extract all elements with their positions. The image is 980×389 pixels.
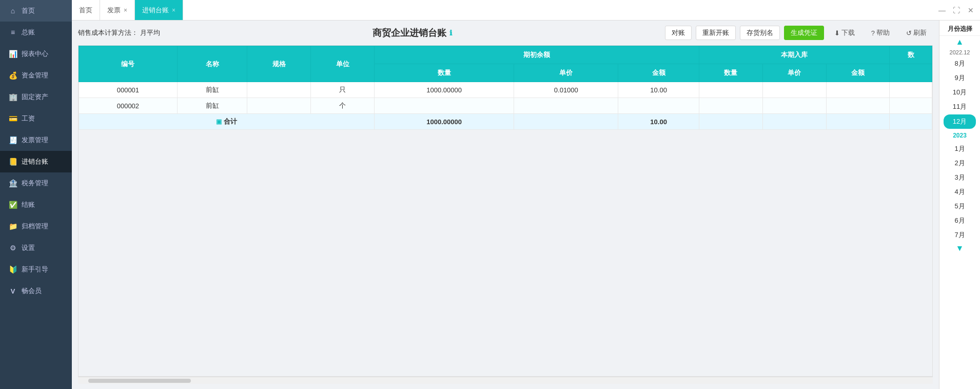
sidebar-item-archive[interactable]: 📁 归档管理 bbox=[0, 216, 72, 237]
cell-in-qty bbox=[699, 82, 762, 98]
table-wrap: 编号 名称 规格 单位 期初余额 本期入库 数 数量 单价 金额 数 bbox=[78, 45, 933, 377]
month-item-9[interactable]: 9月 bbox=[939, 71, 980, 85]
month-item-6[interactable]: 6月 bbox=[939, 213, 980, 228]
tab-invoice-close[interactable]: × bbox=[124, 7, 127, 14]
sidebar-item-purchase-sale[interactable]: 📒 进销台账 bbox=[0, 151, 72, 172]
refresh-button[interactable]: ↺ 刷新 bbox=[900, 26, 933, 40]
help-icon: ? bbox=[871, 29, 875, 37]
total-row: ▣ 合计 1000.00000 10.00 bbox=[79, 114, 932, 130]
cell-spec bbox=[247, 98, 311, 114]
col-period-in: 本期入库 bbox=[699, 46, 890, 64]
sidebar-item-label: 报表中心 bbox=[22, 49, 48, 59]
tab-home[interactable]: 首页 bbox=[72, 0, 100, 20]
sidebar-item-label: 发票管理 bbox=[22, 135, 48, 145]
page-content: 销售成本计算方法： 月平均 商贸企业进销台账 ℹ 对账 重新开账 存货别名 生成… bbox=[72, 21, 939, 389]
sidebar-item-wages[interactable]: 💳 工资 bbox=[0, 108, 72, 129]
wages-icon: 💳 bbox=[8, 114, 17, 123]
tab-invoice[interactable]: 发票 × bbox=[100, 0, 135, 20]
cell-in-qty bbox=[699, 98, 762, 114]
month-item-10[interactable]: 10月 bbox=[939, 85, 980, 100]
tax-icon: 🏦 bbox=[8, 179, 17, 187]
month-item-8[interactable]: 8月 bbox=[939, 56, 980, 71]
cell-spec bbox=[247, 82, 311, 98]
sidebar-item-checkout[interactable]: ✅ 结账 bbox=[0, 194, 72, 216]
tab-purchase-sale[interactable]: 进销台账 × bbox=[135, 0, 183, 20]
sidebar-item-label: 固定资产 bbox=[22, 92, 48, 102]
settings-icon: ⚙ bbox=[8, 244, 17, 252]
funds-icon: 💰 bbox=[8, 71, 17, 80]
cell-open-qty bbox=[375, 98, 514, 114]
sidebar-item-label: 进销台账 bbox=[22, 157, 48, 166]
total-out-qty bbox=[890, 114, 932, 130]
table-header-row: 编号 名称 规格 单位 期初余额 本期入库 数 bbox=[79, 46, 932, 64]
col-period-opening: 期初余额 bbox=[375, 46, 699, 64]
content-area: 销售成本计算方法： 月平均 商贸企业进销台账 ℹ 对账 重新开账 存货别名 生成… bbox=[72, 21, 980, 389]
assets-icon: 🏢 bbox=[8, 93, 17, 101]
cell-open-amount bbox=[618, 98, 699, 114]
sidebar-item-settings[interactable]: ⚙ 设置 bbox=[0, 237, 72, 259]
total-icon: ▣ bbox=[216, 118, 222, 125]
cell-in-amount bbox=[826, 82, 890, 98]
cell-out-qty bbox=[890, 82, 932, 98]
help-label: 帮助 bbox=[876, 28, 890, 37]
maximize-button[interactable]: ⛶ bbox=[951, 5, 962, 15]
page-title: 商贸企业进销台账 ℹ bbox=[373, 27, 452, 39]
info-icon[interactable]: ℹ bbox=[449, 29, 452, 37]
reopen-button[interactable]: 重新开账 bbox=[696, 26, 736, 40]
ledger-icon: ≡ bbox=[8, 28, 17, 36]
month-item-11[interactable]: 11月 bbox=[939, 100, 980, 114]
cell-unit: 个 bbox=[311, 98, 375, 114]
close-button[interactable]: ✕ bbox=[966, 5, 976, 15]
month-item-5[interactable]: 5月 bbox=[939, 199, 980, 213]
generate-voucher-button[interactable]: 生成凭证 bbox=[784, 26, 824, 40]
sidebar-item-tax[interactable]: 🏦 税务管理 bbox=[0, 172, 72, 194]
month-item-2[interactable]: 2月 bbox=[939, 156, 980, 170]
help-button[interactable]: ? 帮助 bbox=[865, 26, 896, 40]
sidebar-item-label: 新手引导 bbox=[22, 265, 48, 274]
title-area: 销售成本计算方法： 月平均 商贸企业进销台账 ℹ 对账 重新开账 存货别名 生成… bbox=[78, 26, 933, 40]
main-table: 编号 名称 规格 单位 期初余额 本期入库 数 数量 单价 金额 数 bbox=[79, 46, 932, 130]
download-button[interactable]: ⬇ 下载 bbox=[828, 26, 861, 40]
minimize-button[interactable]: — bbox=[937, 5, 947, 15]
month-item-3[interactable]: 3月 bbox=[939, 170, 980, 185]
sidebar-item-member[interactable]: V 畅会员 bbox=[0, 280, 72, 302]
sidebar-item-funds[interactable]: 💰 资金管理 bbox=[0, 65, 72, 86]
month-item-12[interactable]: 12月 bbox=[944, 114, 976, 129]
guide-icon: 🔰 bbox=[8, 265, 17, 274]
col-in-unit-price: 单价 bbox=[762, 64, 826, 82]
month-item-4[interactable]: 4月 bbox=[939, 185, 980, 199]
download-icon: ⬇ bbox=[834, 29, 840, 37]
month-nav-down: ▼ bbox=[939, 242, 980, 255]
total-label-cell: ▣ 合计 bbox=[79, 114, 375, 130]
month-prev-button[interactable]: ▲ bbox=[953, 37, 967, 47]
sidebar-item-assets[interactable]: 🏢 固定资产 bbox=[0, 86, 72, 108]
col-unit: 单位 bbox=[311, 46, 375, 82]
sidebar-item-home[interactable]: ⌂ 首页 bbox=[0, 0, 72, 22]
sidebar-item-label: 首页 bbox=[22, 6, 35, 15]
scrollbar-thumb[interactable] bbox=[88, 379, 191, 383]
year-2023-label: 2023 bbox=[939, 129, 980, 142]
tab-purchase-sale-close[interactable]: × bbox=[172, 7, 175, 14]
sidebar: ⌂ 首页 ≡ 总账 📊 报表中心 💰 资金管理 🏢 固定资产 💳 工资 🧾 发票… bbox=[0, 0, 72, 389]
cell-open-unit-price: 0.01000 bbox=[514, 82, 618, 98]
month-next-button[interactable]: ▼ bbox=[953, 244, 967, 253]
cost-method-value: 月平均 bbox=[140, 29, 160, 36]
table-row[interactable]: 000001 前缸 只 1000.00000 0.01000 10.00 bbox=[79, 82, 932, 98]
checkout-icon: ✅ bbox=[8, 201, 17, 209]
horizontal-scrollbar[interactable] bbox=[78, 377, 933, 384]
sidebar-item-guide[interactable]: 🔰 新手引导 bbox=[0, 259, 72, 280]
sidebar-item-label: 设置 bbox=[22, 243, 35, 252]
sidebar-item-ledger[interactable]: ≡ 总账 bbox=[0, 22, 72, 43]
main-area: 首页 发票 × 进销台账 × — ⛶ ✕ 销售成本计算方法： 月平均 商贸 bbox=[72, 0, 980, 389]
sidebar-item-invoice-mgmt[interactable]: 🧾 发票管理 bbox=[0, 129, 72, 151]
table-row[interactable]: 000002 前缸 个 bbox=[79, 98, 932, 114]
month-item-7[interactable]: 7月 bbox=[939, 228, 980, 242]
reconcile-button[interactable]: 对账 bbox=[665, 26, 692, 40]
month-item-1[interactable]: 1月 bbox=[939, 142, 980, 156]
col-out-qty bbox=[890, 64, 932, 82]
sidebar-item-label: 归档管理 bbox=[22, 222, 48, 231]
save-alias-button[interactable]: 存货别名 bbox=[740, 26, 780, 40]
refresh-label: 刷新 bbox=[913, 28, 927, 37]
sidebar-item-reports[interactable]: 📊 报表中心 bbox=[0, 43, 72, 65]
member-icon: V bbox=[8, 287, 17, 295]
